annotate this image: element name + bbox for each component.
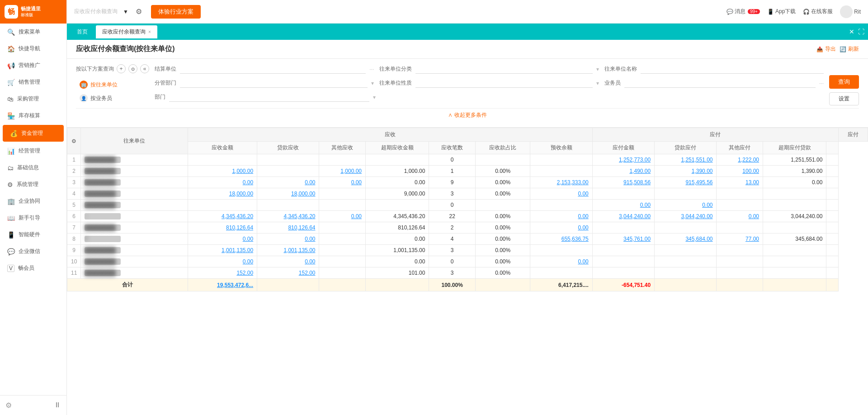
row-loan-recv[interactable]: [257, 154, 319, 166]
row-prepaid[interactable]: 0.00: [530, 211, 592, 222]
query-option-salesperson[interactable]: 👤 按业务员: [76, 92, 149, 104]
row-other-pay[interactable]: 1,222.00: [717, 154, 763, 166]
row-prepaid[interactable]: [530, 166, 592, 177]
row-pay-amount[interactable]: [592, 267, 654, 279]
row-other-pay[interactable]: 13.00: [717, 177, 763, 188]
row-prepaid[interactable]: [530, 154, 592, 166]
query-option-partner[interactable]: 🏢 按往来单位: [76, 79, 149, 91]
sidebar-item-guide[interactable]: 📖 新手引导: [0, 210, 66, 226]
row-prepaid[interactable]: [530, 245, 592, 256]
row-pay-amount[interactable]: 1,490.00: [592, 166, 654, 177]
close-window-icon[interactable]: ✕: [849, 28, 854, 35]
row-other-pay[interactable]: 100.00: [717, 166, 763, 177]
total-recv-amount[interactable]: 19,553,472,6...: [188, 279, 257, 291]
row-other-recv[interactable]: [319, 222, 366, 234]
row-loan-pay[interactable]: [655, 188, 717, 200]
row-recv-amount[interactable]: 810,126.64: [188, 222, 257, 234]
row-pay-amount[interactable]: [592, 188, 654, 200]
row-other-pay[interactable]: [717, 256, 763, 267]
row-loan-pay[interactable]: 1,251,551.00: [655, 154, 717, 166]
row-loan-recv[interactable]: 152.00: [257, 267, 319, 279]
row-recv-amount[interactable]: 18,000.00: [188, 188, 257, 200]
row-loan-pay[interactable]: [655, 256, 717, 267]
row-loan-recv[interactable]: 0.00: [257, 177, 319, 188]
row-prepaid[interactable]: 0.00: [530, 222, 592, 234]
dept-manager-dropdown-icon[interactable]: ▾: [371, 80, 374, 86]
partner-category-input[interactable]: [415, 64, 592, 74]
tab-home[interactable]: 首页: [71, 25, 94, 38]
settings-footer-icon[interactable]: ⚙: [5, 401, 12, 410]
row-other-pay[interactable]: 77.00: [717, 234, 763, 245]
partner-nature-input[interactable]: [415, 78, 592, 88]
row-loan-pay[interactable]: 345,684.00: [655, 234, 717, 245]
sidebar-item-basic[interactable]: 🗂 基础信息: [0, 159, 66, 176]
row-pay-amount[interactable]: [592, 256, 654, 267]
row-prepaid[interactable]: 2,153,333.00: [530, 177, 592, 188]
settlement-unit-dots-icon[interactable]: ···: [369, 66, 374, 72]
filter-settings-button[interactable]: 设置: [829, 92, 859, 105]
row-pay-amount[interactable]: [592, 222, 654, 234]
row-pay-amount[interactable]: 0.00: [592, 200, 654, 211]
sidebar-item-marketing[interactable]: 📢 营销推广: [0, 57, 66, 74]
row-other-recv[interactable]: [319, 267, 366, 279]
row-prepaid[interactable]: 0.00: [530, 188, 592, 200]
sidebar-item-search[interactable]: 🔍 搜索菜单: [0, 24, 66, 40]
row-other-pay[interactable]: [717, 200, 763, 211]
filter-collapse-button[interactable]: ∧ 收起更多条件: [76, 108, 859, 122]
row-loan-recv[interactable]: 810,126.64: [257, 222, 319, 234]
row-other-recv[interactable]: 0.00: [319, 177, 366, 188]
sidebar-item-member[interactable]: V 畅会员: [0, 260, 66, 277]
row-other-recv[interactable]: [319, 256, 366, 267]
row-recv-amount[interactable]: [188, 154, 257, 166]
tab-close-icon[interactable]: ×: [148, 29, 151, 34]
query-button[interactable]: 查询: [829, 75, 859, 89]
dept-manager-input[interactable]: [180, 78, 368, 88]
row-prepaid[interactable]: [530, 200, 592, 211]
sidebar-item-operations[interactable]: 📊 经营管理: [0, 143, 66, 159]
sidebar-item-finance[interactable]: 💰 资金管理: [3, 125, 64, 142]
row-recv-amount[interactable]: 0.00: [188, 177, 257, 188]
row-other-pay[interactable]: 0.00: [717, 211, 763, 222]
row-other-recv[interactable]: [319, 200, 366, 211]
sidebar-item-enterprise[interactable]: 🏢 企业协同: [0, 193, 66, 210]
row-loan-recv[interactable]: 18,000.00: [257, 188, 319, 200]
row-other-pay[interactable]: [717, 188, 763, 200]
topbar-dropdown[interactable]: ▼: [123, 9, 128, 15]
row-recv-amount[interactable]: 0.00: [188, 256, 257, 267]
row-other-pay[interactable]: [717, 222, 763, 234]
row-other-recv[interactable]: [319, 188, 366, 200]
salesperson-dots-icon[interactable]: ···: [819, 80, 824, 86]
filter-collapse-button[interactable]: «: [140, 64, 149, 73]
salesperson-input[interactable]: [624, 78, 816, 88]
row-other-recv[interactable]: 0.00: [319, 211, 366, 222]
row-loan-recv[interactable]: 4,345,436.20: [257, 211, 319, 222]
row-other-recv[interactable]: 1,000.00: [319, 166, 366, 177]
row-prepaid[interactable]: [530, 267, 592, 279]
row-recv-amount[interactable]: 1,000.00: [188, 166, 257, 177]
row-loan-pay[interactable]: [655, 245, 717, 256]
row-loan-recv[interactable]: 1,001,135.00: [257, 245, 319, 256]
sidebar-item-quicknav[interactable]: 🏠 快捷导航: [0, 40, 66, 57]
user-avatar[interactable]: Rit: [840, 5, 861, 18]
settlement-unit-input[interactable]: [180, 64, 366, 74]
expand-window-icon[interactable]: ⛶: [858, 28, 864, 35]
app-download-button[interactable]: 📱 App下载: [767, 8, 796, 15]
department-input[interactable]: [169, 92, 369, 102]
row-recv-amount[interactable]: 152.00: [188, 267, 257, 279]
row-loan-pay[interactable]: 3,044,240.00: [655, 211, 717, 222]
row-recv-amount[interactable]: [188, 200, 257, 211]
row-recv-amount[interactable]: 0.00: [188, 234, 257, 245]
row-prepaid[interactable]: 0.00: [530, 256, 592, 267]
row-loan-pay[interactable]: [655, 267, 717, 279]
online-service-button[interactable]: 🎧 在线客服: [803, 8, 833, 15]
row-other-pay[interactable]: [717, 267, 763, 279]
partner-nature-dropdown-icon[interactable]: ▾: [596, 80, 599, 86]
row-loan-recv[interactable]: 0.00: [257, 256, 319, 267]
row-loan-recv[interactable]: 0.00: [257, 234, 319, 245]
filter-scheme-button[interactable]: ⊙: [128, 64, 137, 73]
sidebar-item-purchase[interactable]: 🛍 采购管理: [0, 91, 66, 107]
sidebar-item-hardware[interactable]: 📱 智能硬件: [0, 226, 66, 243]
export-button[interactable]: 📤 导出: [816, 45, 836, 53]
sidebar-item-wechat[interactable]: 💬 企业微信: [0, 243, 66, 260]
row-pay-amount[interactable]: 915,508.56: [592, 177, 654, 188]
